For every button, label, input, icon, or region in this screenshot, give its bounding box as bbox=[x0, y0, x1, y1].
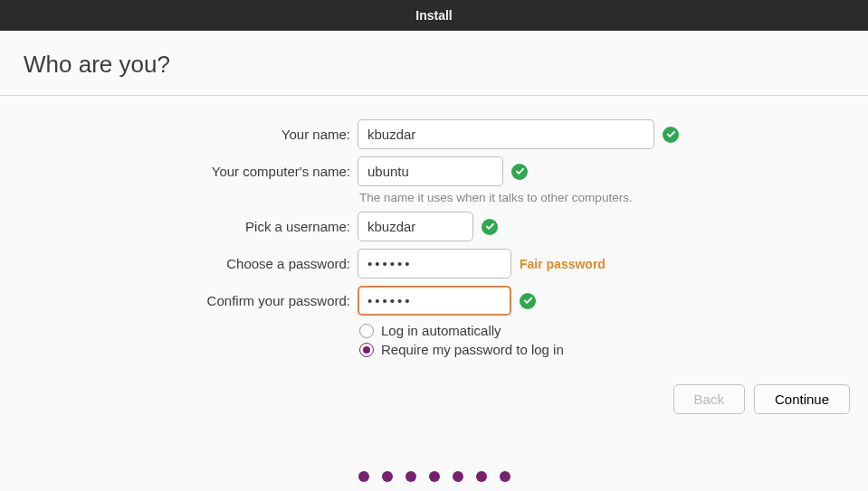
password-strength: Fair password bbox=[520, 257, 606, 271]
password-input[interactable] bbox=[358, 249, 511, 279]
check-icon bbox=[663, 127, 679, 143]
name-input[interactable] bbox=[358, 119, 654, 149]
radio-icon bbox=[359, 343, 374, 357]
login-require-option[interactable]: Require my password to log in bbox=[359, 342, 868, 357]
footer-buttons: Back Continue bbox=[673, 384, 850, 414]
continue-button[interactable]: Continue bbox=[754, 384, 850, 414]
progress-dot bbox=[500, 471, 510, 482]
back-button[interactable]: Back bbox=[673, 384, 745, 414]
radio-icon bbox=[359, 324, 374, 338]
progress-dot bbox=[358, 471, 369, 482]
progress-dot bbox=[476, 471, 487, 482]
page-title: Who are you? bbox=[0, 31, 868, 95]
window-titlebar: Install bbox=[0, 0, 868, 31]
check-icon bbox=[520, 293, 536, 309]
username-input[interactable] bbox=[358, 212, 473, 241]
progress-indicator bbox=[0, 471, 868, 482]
progress-dot bbox=[453, 471, 463, 482]
computer-helper: The name it uses when it talks to other … bbox=[359, 191, 868, 204]
check-icon bbox=[511, 164, 528, 180]
confirm-label: Confirm your password: bbox=[0, 293, 358, 308]
progress-dot bbox=[429, 471, 440, 482]
computer-label: Your computer's name: bbox=[0, 164, 358, 179]
login-require-label: Require my password to log in bbox=[381, 342, 564, 357]
computer-input[interactable] bbox=[358, 156, 503, 186]
window-title: Install bbox=[415, 8, 452, 23]
user-form: Your name: Your computer's name: The nam… bbox=[0, 96, 868, 357]
progress-dot bbox=[405, 471, 416, 482]
name-label: Your name: bbox=[0, 127, 358, 142]
username-label: Pick a username: bbox=[0, 219, 358, 234]
check-icon bbox=[482, 219, 498, 235]
confirm-input[interactable] bbox=[358, 286, 511, 316]
login-auto-option[interactable]: Log in automatically bbox=[359, 323, 868, 338]
password-label: Choose a password: bbox=[0, 256, 358, 271]
progress-dot bbox=[382, 471, 393, 482]
login-auto-label: Log in automatically bbox=[381, 323, 501, 338]
